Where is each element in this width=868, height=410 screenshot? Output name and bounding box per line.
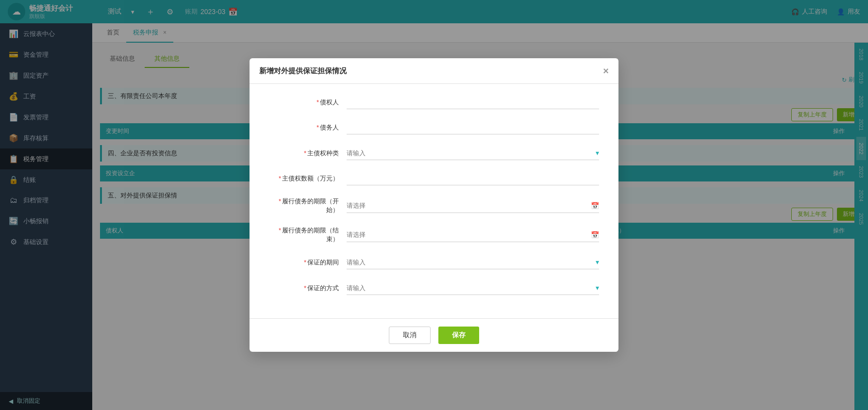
claim-amount-input[interactable] [347,172,599,185]
cancel-button[interactable]: 取消 [389,327,431,344]
creditor-label: *债权人 [269,98,347,107]
claim-type-label: *主债权种类 [269,149,347,158]
modal-footer: 取消 保存 [250,318,618,352]
claim-amount-label: *主债权数额（万元） [269,174,347,183]
modal-close-button[interactable]: × [603,66,609,76]
claim-type-input[interactable] [347,149,596,157]
period-end-input[interactable] [347,231,591,238]
form-row-debtor: *债务人 [269,121,599,134]
form-row-guarantee-period: *保证的期间 ▾ [269,255,599,269]
claim-type-select[interactable]: ▾ [347,146,599,160]
modal-body: *债权人 *债务人 *主债权种类 ▾ [250,84,618,318]
debtor-input[interactable] [347,121,599,134]
form-row-period-end: *履行债务的期限（结束） 📅 [269,226,599,244]
calendar-end-icon[interactable]: 📅 [591,231,599,239]
form-row-guarantee-method: *保证的方式 ▾ [269,281,599,295]
modal-title: 新增对外提供保证担保情况 [259,66,347,76]
modal-dialog: 新增对外提供保证担保情况 × *债权人 *债务人 *主债权种类 [250,58,618,352]
claim-type-arrow-icon[interactable]: ▾ [596,149,599,157]
modal-header: 新增对外提供保证担保情况 × [250,58,618,84]
period-start-input[interactable] [347,202,591,209]
form-row-period-start: *履行债务的期限（开始） 📅 [269,197,599,214]
form-row-creditor: *债权人 [269,96,599,109]
period-start-label: *履行债务的期限（开始） [269,197,347,214]
creditor-input[interactable] [347,96,599,109]
guarantee-method-select[interactable]: ▾ [347,281,599,295]
guarantee-method-label: *保证的方式 [269,284,347,293]
guarantee-period-select[interactable]: ▾ [347,255,599,269]
guarantee-period-arrow-icon[interactable]: ▾ [596,258,599,266]
guarantee-period-label: *保证的期间 [269,258,347,267]
save-button[interactable]: 保存 [438,327,479,344]
form-row-claim-amount: *主债权数额（万元） [269,172,599,185]
form-row-claim-type: *主债权种类 ▾ [269,146,599,160]
period-start-date[interactable]: 📅 [347,199,599,213]
guarantee-method-input[interactable] [347,284,596,292]
guarantee-period-input[interactable] [347,259,596,266]
modal-overlay: 新增对外提供保证担保情况 × *债权人 *债务人 *主债权种类 [0,0,868,410]
debtor-label: *债务人 [269,123,347,132]
calendar-start-icon[interactable]: 📅 [591,202,599,210]
period-end-date[interactable]: 📅 [347,228,599,242]
guarantee-method-arrow-icon[interactable]: ▾ [596,284,599,292]
period-end-label: *履行债务的期限（结束） [269,226,347,244]
